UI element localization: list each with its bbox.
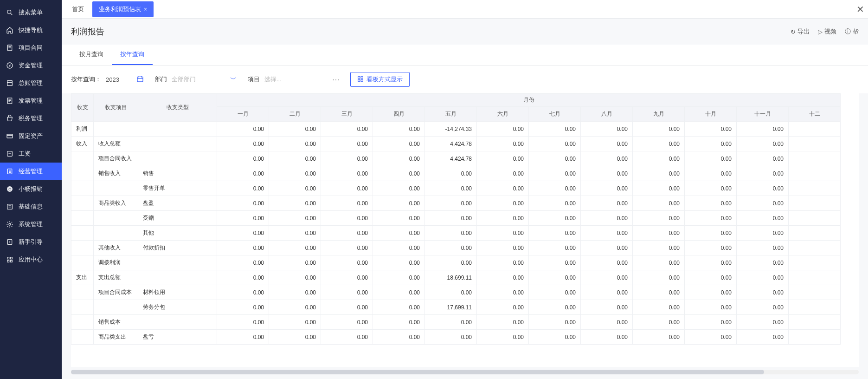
sidebar-item-2[interactable]: 项目合同 [0,39,62,57]
cell-value: 0.00 [633,330,685,345]
header-c3: 收支类型 [138,94,217,122]
cell-value: 0.00 [737,300,789,315]
cell-value-pad [789,300,841,315]
guide-icon [6,238,14,246]
kanban-view-button[interactable]: 看板方式显示 [350,72,410,87]
sidebar-item-6[interactable]: 税务管理 [0,110,62,127]
table-row: 其他0.000.000.000.000.000.000.000.000.000.… [71,226,841,241]
cell-value: 0.00 [737,137,789,151]
cell-value: 0.00 [321,196,373,211]
sidebar-item-1[interactable]: 快捷导航 [0,21,62,39]
cell-value: 0.00 [269,122,321,137]
help-button[interactable]: ⓘ 帮 [845,27,859,36]
sidebar-item-label: 系统管理 [19,220,43,229]
sidebar-item-label: 搜索菜单 [19,8,43,17]
cell-value: 0.00 [373,270,425,285]
cell-c3: 其他 [138,226,217,241]
content: 收支收支项目收支类型月份一月二月三月四月五月六月七月八月九月十月十一月十二 利润… [62,93,868,379]
subtab-1[interactable]: 按年查询 [112,45,153,65]
close-icon[interactable]: ✕ [855,2,866,17]
dept-select[interactable]: 全部部门 [171,73,226,85]
cell-value: 0.00 [269,255,321,270]
cell-c2 [94,226,138,241]
sidebar-item-12[interactable]: 系统管理 [0,216,62,233]
sidebar-item-11[interactable]: 基础信息 [0,198,62,216]
cell-value: 0.00 [321,285,373,300]
cell-value-pad [789,270,841,285]
scrollbar-thumb[interactable] [71,370,764,374]
year-filter: 按年查询： 2023 [71,74,144,85]
cell-value: 0.00 [217,122,269,137]
subtab-0[interactable]: 按月查询 [71,45,112,65]
cell-c1 [71,330,94,345]
sidebar-item-4[interactable]: 总账管理 [0,74,62,92]
sidebar-item-10[interactable]: C小畅报销 [0,180,62,198]
cell-value: 0.00 [269,137,321,151]
more-icon[interactable]: ⋯ [332,75,339,84]
cell-value: 0.00 [685,285,737,300]
cell-value: 0.00 [217,211,269,226]
sidebar-item-0[interactable]: 搜索菜单 [0,4,62,21]
subtabs: 按月查询按年查询 [62,45,868,65]
cell-value: 0.00 [477,285,529,300]
year-input[interactable]: 2023 [105,74,133,85]
cell-c3: 材料领用 [138,285,217,300]
header-month-4: 五月 [425,107,477,122]
tab-1[interactable]: 业务利润预估表× [92,1,154,17]
cell-value: 0.00 [737,285,789,300]
help-icon: ⓘ [845,27,851,36]
svg-rect-32 [10,260,12,262]
project-select[interactable]: 选择... [264,73,328,85]
cell-value: 0.00 [633,211,685,226]
cell-value: 0.00 [321,241,373,255]
cell-c3 [138,315,217,330]
system-icon [6,220,14,229]
chevron-down-icon[interactable]: ﹀ [230,75,237,84]
sidebar-item-7[interactable]: 固定资产 [0,127,62,145]
sidebar-item-5[interactable]: 发票管理 [0,92,62,110]
video-label: 视频 [824,27,836,36]
cell-value: 0.00 [425,196,477,211]
cell-c2: 商品类收入 [94,196,138,211]
cell-value: 0.00 [581,166,633,181]
cell-value: 0.00 [477,315,529,330]
cell-value: 0.00 [217,151,269,166]
cell-value: 0.00 [685,181,737,196]
cell-value: 0.00 [737,330,789,345]
cell-value: 0.00 [737,226,789,241]
sidebar-item-label: 经营管理 [19,167,43,176]
cell-c3: 销售 [138,166,217,181]
cell-value: 0.00 [373,151,425,166]
video-button[interactable]: ▷ 视频 [818,27,836,36]
dept-filter: 部门 全部部门 ﹀ [155,73,237,85]
header-month-0: 一月 [217,107,269,122]
sidebar-item-3[interactable]: ¥资金管理 [0,57,62,74]
cell-c2 [94,181,138,196]
dept-label: 部门 [155,75,167,84]
sidebar-item-14[interactable]: 应用中心 [0,251,62,268]
cell-value: 0.00 [321,151,373,166]
cell-value-pad [789,122,841,137]
sidebar-item-13[interactable]: 新手引导 [0,233,62,251]
cell-c2: 项目合同成本 [94,285,138,300]
cell-value: 0.00 [685,315,737,330]
cell-value: 0.00 [269,315,321,330]
cell-c2: 销售收入 [94,166,138,181]
cell-value: 0.00 [685,122,737,137]
cell-value: 0.00 [477,122,529,137]
export-button[interactable]: ↻ 导出 [791,27,810,36]
tab-close-icon[interactable]: × [144,6,147,13]
cell-c1 [71,181,94,196]
table-scroll[interactable]: 收支收支项目收支类型月份一月二月三月四月五月六月七月八月九月十月十一月十二 利润… [71,93,859,367]
cell-value: 0.00 [685,300,737,315]
cell-c1 [71,226,94,241]
cell-value: 0.00 [633,122,685,137]
cell-value-pad [789,166,841,181]
calendar-icon[interactable] [136,75,144,84]
sidebar-item-8[interactable]: 工资 [0,145,62,163]
cell-value: 0.00 [529,270,581,285]
horizontal-scrollbar[interactable] [71,370,859,374]
sidebar-item-9[interactable]: 经营管理 [0,163,62,180]
sidebar-item-label: 项目合同 [19,44,43,52]
tab-0[interactable]: 首页 [65,1,90,17]
